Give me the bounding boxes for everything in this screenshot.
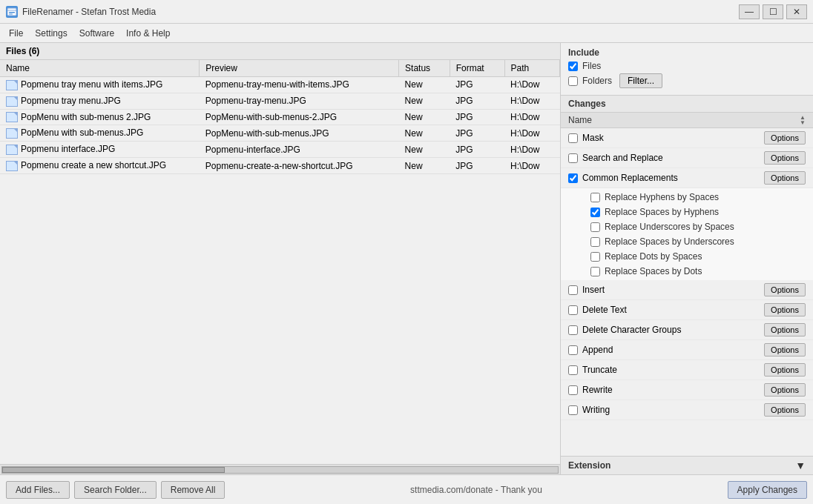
file-preview-cell: PopMenu-with-sub-menus.JPG: [200, 125, 399, 142]
file-table-body: Popmenu tray menu with items.JPGPopmenu-…: [0, 77, 560, 174]
col-name[interactable]: Name: [0, 60, 200, 77]
file-icon: [6, 145, 18, 155]
replace-underscores-spaces-checkbox[interactable]: [590, 222, 600, 232]
file-path-cell: H:\Dow: [504, 142, 559, 158]
sub-replace-spaces-underscores: Replace Spaces by Underscores: [583, 234, 813, 249]
change-item-delete-text: Delete Text Options: [561, 300, 813, 320]
filter-button[interactable]: Filter...: [619, 73, 662, 88]
changes-scroll-area[interactable]: Mask Options Search and Replace Options: [561, 128, 813, 456]
file-format-cell: JPG: [450, 77, 504, 93]
mask-options-button[interactable]: Options: [764, 131, 806, 145]
changes-header: Changes: [561, 96, 813, 113]
scroll-track[interactable]: [1, 466, 559, 474]
file-panel-header: Files (6): [0, 43, 560, 60]
file-format-cell: JPG: [450, 125, 504, 142]
change-item-delete-char-groups: Delete Character Groups Options: [561, 320, 813, 340]
insert-checkbox[interactable]: [568, 285, 578, 295]
mask-checkbox[interactable]: [568, 133, 578, 143]
replace-underscores-spaces-label: Replace Underscores by Spaces: [605, 222, 734, 232]
delete-text-options-button[interactable]: Options: [764, 303, 806, 316]
table-row[interactable]: Popmenu tray menu with items.JPGPopmenu-…: [0, 77, 560, 93]
col-status[interactable]: Status: [399, 60, 450, 77]
include-folders-checkbox[interactable]: [568, 76, 578, 86]
file-format-cell: JPG: [450, 109, 504, 125]
truncate-options-button[interactable]: Options: [764, 363, 806, 377]
close-button[interactable]: ✕: [786, 4, 807, 19]
replace-spaces-dots-checkbox[interactable]: [590, 267, 600, 276]
replace-dots-spaces-checkbox[interactable]: [590, 252, 600, 262]
file-icon: [6, 161, 18, 171]
writing-checkbox[interactable]: [568, 405, 578, 415]
file-table-scroll[interactable]: Name Preview Status Format Path Popmenu …: [0, 60, 560, 464]
changes-title: Changes: [568, 99, 606, 109]
horizontal-scrollbar[interactable]: [0, 464, 560, 474]
menu-file[interactable]: File: [3, 27, 29, 40]
col-format[interactable]: Format: [450, 60, 504, 77]
apply-changes-button[interactable]: Apply Changes: [728, 481, 807, 499]
scroll-thumb[interactable]: [2, 467, 225, 473]
menu-software[interactable]: Software: [73, 27, 120, 40]
app-title: FileRenamer - Stefan Trost Media: [22, 7, 156, 17]
extension-expand-icon[interactable]: ▼: [795, 460, 806, 471]
delete-char-groups-left: Delete Character Groups: [568, 325, 764, 335]
col-preview[interactable]: Preview: [200, 60, 399, 77]
writing-left: Writing: [568, 405, 764, 415]
file-preview-cell: Popmenu-tray-menu.JPG: [200, 93, 399, 109]
menu-settings[interactable]: Settings: [29, 27, 73, 40]
search-replace-options-button[interactable]: Options: [764, 151, 806, 165]
file-name-cell: Popmenu tray menu with items.JPG: [0, 77, 200, 93]
common-replacements-label: Common Replacements: [582, 173, 678, 183]
delete-char-groups-checkbox[interactable]: [568, 325, 578, 335]
search-folder-button[interactable]: Search Folder...: [74, 481, 157, 499]
table-row[interactable]: Popmenu interface.JPGPopmenu-interface.J…: [0, 142, 560, 158]
sub-replace-hyphens-spaces: Replace Hyphens by Spaces: [583, 190, 813, 205]
sub-replace-spaces-dots: Replace Spaces by Dots: [583, 264, 813, 279]
delete-char-groups-options-button[interactable]: Options: [764, 323, 806, 336]
minimize-button[interactable]: —: [739, 4, 760, 19]
file-panel: Files (6) Name Preview Status Format Pat…: [0, 43, 561, 474]
replace-spaces-underscores-checkbox[interactable]: [590, 237, 600, 247]
table-row[interactable]: Popmenu create a new shortcut.JPGPopmenu…: [0, 158, 560, 174]
changes-col-header: Name ▲ ▼: [561, 113, 813, 128]
col-path[interactable]: Path: [504, 60, 559, 77]
table-row[interactable]: Popmenu tray menu.JPGPopmenu-tray-menu.J…: [0, 93, 560, 109]
extension-title: Extension: [568, 460, 610, 471]
common-replacements-checkbox[interactable]: [568, 173, 578, 183]
append-options-button[interactable]: Options: [764, 343, 806, 357]
search-replace-checkbox[interactable]: [568, 153, 578, 163]
append-checkbox[interactable]: [568, 345, 578, 355]
rewrite-checkbox[interactable]: [568, 385, 578, 395]
delete-text-checkbox[interactable]: [568, 305, 578, 315]
bottom-bar: Add Files... Search Folder... Remove All…: [0, 474, 813, 504]
truncate-left: Truncate: [568, 365, 764, 375]
truncate-checkbox[interactable]: [568, 365, 578, 375]
table-header-row: Name Preview Status Format Path: [0, 60, 560, 77]
changes-section: Changes Name ▲ ▼ Mask Options: [561, 96, 813, 474]
sort-arrows: ▲ ▼: [800, 115, 806, 125]
file-path-cell: H:\Dow: [504, 158, 559, 174]
file-status-cell: New: [399, 158, 450, 174]
include-files-checkbox[interactable]: [568, 62, 578, 71]
replace-spaces-hyphens-checkbox[interactable]: [590, 208, 600, 217]
file-format-cell: JPG: [450, 142, 504, 158]
writing-options-button[interactable]: Options: [764, 403, 806, 417]
file-status-cell: New: [399, 77, 450, 93]
maximize-button[interactable]: ☐: [763, 4, 783, 19]
replace-hyphens-spaces-checkbox[interactable]: [590, 193, 600, 202]
file-preview-cell: Popmenu-tray-menu-with-items.JPG: [200, 77, 399, 93]
writing-label: Writing: [582, 405, 610, 415]
insert-options-button[interactable]: Options: [764, 283, 806, 296]
remove-all-button[interactable]: Remove All: [161, 481, 226, 499]
table-row[interactable]: PopMenu with sub-menus.JPGPopMenu-with-s…: [0, 125, 560, 142]
common-replacements-options-button[interactable]: Options: [764, 171, 806, 185]
file-path-cell: H:\Dow: [504, 77, 559, 93]
search-replace-left: Search and Replace: [568, 153, 764, 163]
search-replace-label: Search and Replace: [582, 153, 663, 163]
menu-info-help[interactable]: Info & Help: [120, 27, 176, 40]
mask-label: Mask: [582, 133, 604, 143]
table-row[interactable]: PopMenu with sub-menus 2.JPGPopMenu-with…: [0, 109, 560, 125]
replace-hyphens-spaces-label: Replace Hyphens by Spaces: [605, 192, 719, 202]
rewrite-options-button[interactable]: Options: [764, 383, 806, 397]
include-title: Include: [568, 47, 806, 58]
add-files-button[interactable]: Add Files...: [6, 481, 70, 499]
